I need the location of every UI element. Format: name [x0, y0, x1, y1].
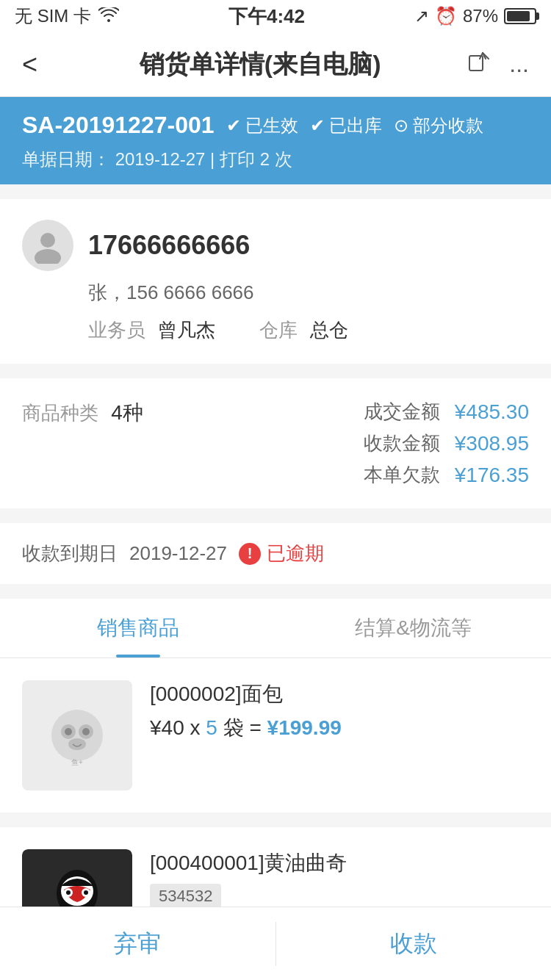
- tab-settlement-logistics[interactable]: 结算&物流等: [276, 599, 551, 657]
- customer-meta: 业务员 曾凡杰 仓库 总仓: [22, 317, 529, 343]
- bottom-bar: 弃审 收款: [0, 907, 551, 980]
- transaction-amount-label: 成交金额: [364, 399, 440, 425]
- check-icon-1: ✔: [226, 115, 241, 136]
- owed-amount-value: ¥176.35: [455, 464, 529, 487]
- payment-due-date: 2019-12-27: [129, 542, 227, 565]
- avatar: [22, 220, 73, 271]
- product-name-bread: [0000002]面包: [150, 680, 529, 708]
- overdue-icon: !: [239, 543, 261, 565]
- overdue-text: 已逾期: [267, 541, 324, 566]
- battery-percent: 87%: [463, 6, 498, 26]
- svg-point-16: [84, 890, 88, 895]
- owed-amount-row: 本单欠款 ¥176.35: [364, 462, 529, 488]
- svg-point-6: [65, 728, 72, 735]
- carrier-text: 无 SIM 卡: [15, 4, 91, 28]
- product-types-label: 商品种类: [22, 402, 98, 424]
- svg-point-1: [40, 233, 55, 248]
- product-tag-cookie: 534532: [150, 884, 221, 909]
- svg-point-7: [82, 728, 90, 735]
- nav-actions: ...: [468, 50, 529, 79]
- tabs: 销售商品 结算&物流等: [0, 599, 551, 657]
- warehouse-value: 总仓: [310, 319, 348, 341]
- svg-point-3: [51, 710, 103, 761]
- svg-text:鱼+: 鱼+: [71, 758, 83, 766]
- location-icon: ↗: [414, 6, 429, 26]
- owed-amount-label: 本单欠款: [364, 462, 440, 488]
- wifi-icon: [98, 6, 119, 26]
- product-details-bread: [0000002]面包 ¥40 x 5 袋 = ¥199.99: [150, 680, 529, 742]
- tabs-section: 销售商品 结算&物流等: [0, 599, 551, 658]
- warehouse-field: 仓库 总仓: [259, 317, 348, 343]
- order-number: SA-20191227-001: [22, 112, 215, 139]
- check-icon-2: ✔: [310, 115, 325, 136]
- received-amount-row: 收款金额 ¥308.95: [364, 430, 529, 456]
- product-image-bread: 鱼+: [22, 680, 132, 790]
- product-types-field: 商品种类 4种: [22, 399, 143, 427]
- product-name-cookie: [000400001]黄油曲奇: [150, 849, 529, 877]
- nav-bar: < 销货单详情(来自电脑) ...: [0, 32, 551, 97]
- product-item: 鱼+ [0000002]面包 ¥40 x 5 袋 = ¥199.99: [0, 658, 551, 813]
- received-amount-value: ¥308.95: [455, 432, 529, 455]
- page-title: 销货单详情(来自电脑): [52, 48, 468, 82]
- svg-point-15: [66, 890, 71, 895]
- salesperson-value: 曾凡杰: [158, 319, 215, 341]
- customer-id: 17666666666: [88, 230, 250, 261]
- status-time: 下午4:42: [228, 4, 305, 29]
- received-amount-label: 收款金额: [364, 430, 440, 456]
- salesperson-field: 业务员 曾凡杰: [88, 317, 215, 343]
- battery-indicator: [504, 8, 536, 24]
- share-button[interactable]: [468, 50, 491, 79]
- product-types-value: 4种: [111, 401, 143, 424]
- order-banner-top: SA-20191227-001 ✔ 已生效 ✔ 已出库 ⊙ 部分收款: [22, 112, 529, 139]
- customer-section: 17666666666 张，156 6666 6666 业务员 曾凡杰 仓库 总…: [0, 199, 551, 364]
- cancel-button[interactable]: 弃审: [0, 907, 276, 980]
- salesperson-label: 业务员: [88, 319, 145, 341]
- tab-sales-products[interactable]: 销售商品: [0, 599, 276, 657]
- transaction-amount-value: ¥485.30: [455, 400, 529, 424]
- product-quantity-bread: 5: [206, 716, 217, 739]
- back-button[interactable]: <: [22, 49, 52, 80]
- payment-due-label: 收款到期日: [22, 541, 118, 566]
- payment-due-section: 收款到期日 2019-12-27 ! 已逾期: [0, 523, 551, 584]
- alarm-icon: ⏰: [435, 6, 457, 26]
- product-price-bread: ¥40 x 5 袋 = ¥199.99: [150, 714, 529, 742]
- product-total-bread: ¥199.99: [267, 716, 342, 739]
- order-banner: SA-20191227-001 ✔ 已生效 ✔ 已出库 ⊙ 部分收款 单据日期：…: [0, 97, 551, 184]
- status-bar: 无 SIM 卡 下午4:42 ↗ ⏰ 87%: [0, 0, 551, 32]
- transaction-amount-row: 成交金额 ¥485.30: [364, 399, 529, 425]
- status-effected: ✔ 已生效: [226, 114, 298, 137]
- warehouse-label: 仓库: [259, 319, 298, 341]
- more-button[interactable]: ...: [509, 51, 529, 78]
- summary-section: 商品种类 4种 成交金额 ¥485.30 收款金额 ¥308.95 本单欠款 ¥…: [0, 378, 551, 508]
- status-right: ↗ ⏰ 87%: [414, 6, 536, 26]
- customer-contact: 张，156 6666 6666: [22, 280, 529, 306]
- amount-summary: 成交金额 ¥485.30 收款金额 ¥308.95 本单欠款 ¥176.35: [364, 399, 529, 488]
- customer-top: 17666666666: [22, 220, 529, 271]
- svg-point-8: [68, 738, 86, 750]
- order-date-info: 单据日期： 2019-12-27 | 打印 2 次: [22, 148, 529, 171]
- svg-point-2: [35, 249, 61, 264]
- status-left: 无 SIM 卡: [15, 4, 119, 28]
- overdue-badge: ! 已逾期: [239, 541, 324, 566]
- confirm-button[interactable]: 收款: [276, 907, 552, 980]
- status-shipped: ✔ 已出库: [310, 114, 382, 137]
- status-partial-payment: ⊙ 部分收款: [394, 114, 483, 137]
- clock-icon: ⊙: [394, 115, 408, 136]
